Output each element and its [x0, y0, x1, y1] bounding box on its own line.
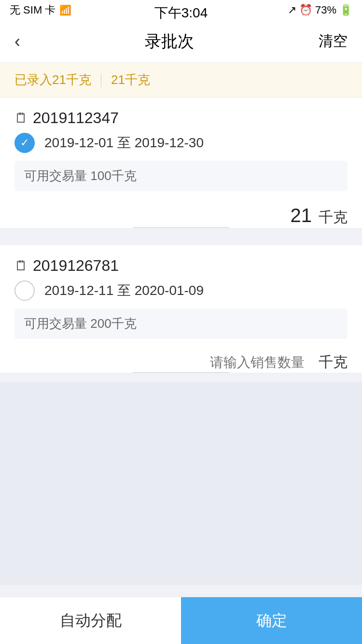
banner-divider [101, 73, 101, 87]
batch-card-2: 🗒 2019126781 2019-12-11 至 2020-01-09 可用交… [0, 245, 362, 373]
available-box-2: 可用交易量 200千克 [14, 308, 348, 339]
radio-checked-1[interactable]: ✓ [14, 133, 35, 153]
available-label-2: 可用交易量 200千克 [24, 316, 137, 331]
date-range-2: 2019-12-11 至 2020-01-09 [44, 281, 204, 300]
page-title: 录批次 [145, 30, 194, 53]
nav-bar: ‹ 录批次 清空 [0, 20, 362, 63]
amount-value-1: 21 [291, 205, 312, 226]
available-box-1: 可用交易量 100千克 [14, 161, 348, 191]
battery-pct: 73% [315, 4, 336, 16]
radio-unchecked-2[interactable] [14, 280, 35, 301]
amount-divider-1 [133, 227, 229, 228]
card2-header: 🗒 2019126781 [14, 257, 348, 275]
gray-area [0, 382, 362, 585]
available-label-1: 可用交易量 100千克 [24, 168, 137, 183]
card1-row: ✓ 2019-12-01 至 2019-12-30 [14, 133, 348, 153]
input-row-2: 千克 [0, 347, 362, 372]
batch-card-1: 🗒 2019112347 ✓ 2019-12-01 至 2019-12-30 可… [0, 98, 362, 228]
card2-row: 2019-12-11 至 2020-01-09 [14, 280, 348, 301]
confirm-button[interactable]: 确定 [181, 597, 362, 644]
doc-icon-1: 🗒 [14, 110, 28, 126]
input-divider-2 [133, 372, 229, 373]
input-unit-2: 千克 [319, 352, 348, 372]
recorded-label: 已录入21千克 [14, 71, 91, 88]
status-left: 无 SIM 卡 📶 [10, 3, 71, 17]
total-label: 21千克 [111, 71, 150, 88]
card1-inner: 🗒 2019112347 ✓ 2019-12-01 至 2019-12-30 [0, 98, 362, 153]
sim-label: 无 SIM 卡 [10, 3, 56, 17]
location-icon: ↗ [288, 4, 296, 16]
date-range-1: 2019-12-01 至 2019-12-30 [44, 134, 204, 152]
amount-row-1: 21 千克 [0, 199, 362, 227]
card1-header: 🗒 2019112347 [14, 109, 348, 127]
back-button[interactable]: ‹ [14, 31, 20, 52]
check-mark-1: ✓ [20, 137, 29, 149]
amount-unit-1: 千克 [319, 208, 348, 227]
wifi-icon: 📶 [59, 4, 71, 16]
clear-button[interactable]: 清空 [319, 31, 348, 51]
section-gap [0, 238, 362, 245]
batch-id-1: 2019112347 [33, 109, 119, 127]
auto-assign-button[interactable]: 自动分配 [0, 597, 181, 644]
status-bar: 无 SIM 卡 📶 下午3:04 ↗ ⏰ 73% 🔋 [0, 0, 362, 20]
bottom-bar: 自动分配 确定 [0, 597, 362, 644]
batch-id-2: 2019126781 [33, 257, 119, 275]
status-time: 下午3:04 [154, 4, 208, 22]
battery-icon: 🔋 [339, 4, 352, 16]
doc-icon-2: 🗒 [14, 258, 28, 274]
alarm-icon: ⏰ [299, 4, 312, 16]
info-banner: 已录入21千克 21千克 [0, 63, 362, 98]
status-right: ↗ ⏰ 73% 🔋 [288, 4, 352, 16]
quantity-input-2[interactable] [139, 355, 312, 370]
card2-inner: 🗒 2019126781 2019-12-11 至 2020-01-09 [0, 245, 362, 301]
